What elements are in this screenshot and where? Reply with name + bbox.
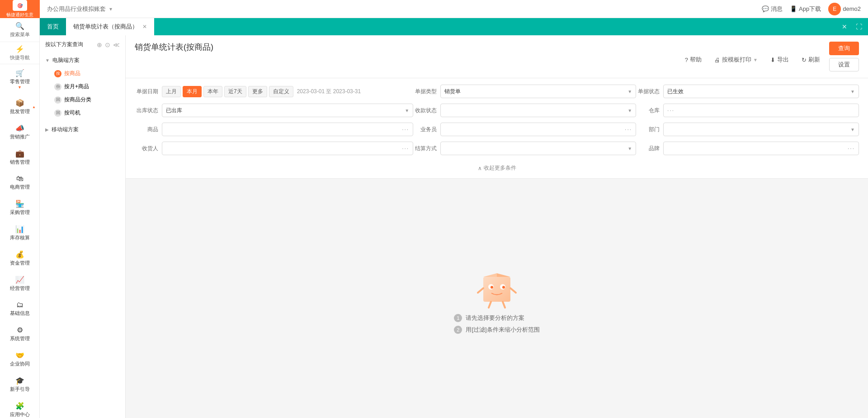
payment-control: ▼	[440, 142, 636, 155]
print-label: 按模板打印	[722, 56, 751, 64]
goods-select[interactable]: ···	[162, 123, 413, 136]
empty-svg	[470, 263, 524, 309]
export-btn[interactable]: ⬇ 导出	[767, 54, 793, 66]
brand-label: 品牌	[636, 145, 660, 152]
message-action[interactable]: 💬 消息	[762, 5, 783, 13]
empty-hints: 1 请先选择要分析的方案 2 用[过滤]条件来缩小分析范围	[454, 314, 539, 334]
tab-close-btn[interactable]: ✕	[839, 21, 850, 32]
sidebar-item-sales[interactable]: 💼 销售管理	[0, 145, 39, 170]
sales-icon: 💼	[15, 149, 24, 158]
scheme-child-by-category[interactable]: 回 按商品分类	[40, 93, 125, 106]
date-btn-custom[interactable]: 自定义	[269, 86, 293, 97]
header-right: 💬 消息 📱 App下载 E demo2	[762, 3, 861, 15]
appstore-label: 应用中心	[10, 411, 30, 418]
status-select[interactable]: 已生效 ▼	[663, 85, 859, 98]
date-btn-7days[interactable]: 近7天	[224, 86, 246, 97]
date-btn-thisyear[interactable]: 本年	[203, 86, 222, 97]
hint-num-1: 1	[454, 314, 462, 322]
scheme-settings-btn[interactable]: ⊙	[105, 41, 110, 48]
svg-marker-2	[497, 273, 510, 277]
tab-home[interactable]: 首页	[40, 18, 66, 35]
sidebar-item-ecommerce[interactable]: 🛍 电商管理	[0, 170, 39, 195]
scheme-collapse-btn[interactable]: ≪	[113, 41, 120, 48]
username: demo2	[843, 5, 861, 12]
by-cashier-label: 按司机	[64, 109, 80, 117]
scheme-group-desktop-item[interactable]: ▼ 电脑端方案	[40, 54, 125, 67]
filter-warehouse: 仓库 ···	[636, 104, 859, 117]
by-month-goods-icon: 份	[54, 83, 61, 90]
sidebar-item-operations[interactable]: 📈 经营管理	[0, 271, 39, 296]
inventory-label: 库存核算	[10, 234, 30, 241]
salesperson-control: ···	[440, 123, 636, 136]
dept-arrow-icon: ▼	[850, 127, 855, 132]
payment-select[interactable]: ▼	[440, 142, 636, 155]
query-btn[interactable]: 查询	[829, 42, 859, 55]
sidebar-item-guide[interactable]: 🎓 新手引导	[0, 372, 39, 397]
date-btn-more[interactable]: 更多	[248, 86, 267, 97]
message-label: 消息	[771, 5, 783, 13]
recipient-select[interactable]: ···	[162, 142, 413, 155]
collapse-bar[interactable]: ∧ 收起更多条件	[135, 161, 859, 172]
top-header: 办公用品行业模拟账套 ▾ 💬 消息 📱 App下载 E demo2	[40, 0, 868, 18]
tab-report[interactable]: 销货单统计表（按商品） ✕	[66, 18, 154, 35]
sidebar-item-appstore[interactable]: 🧩 应用中心	[0, 397, 39, 418]
scheme-child-by-month-goods[interactable]: 份 按月+商品	[40, 80, 125, 93]
app-download-action[interactable]: 📱 App下载	[790, 5, 821, 13]
sidebar-item-system[interactable]: ⚙ 系统管理	[0, 321, 39, 347]
sidebar-item-inventory[interactable]: 📊 库存核算	[0, 220, 39, 246]
empty-hint-1: 1 请先选择要分析的方案	[454, 314, 539, 322]
receipt-select[interactable]: ▼	[440, 104, 636, 117]
svg-point-5	[491, 286, 493, 289]
receipt-control: ▼	[440, 104, 636, 117]
brand-select[interactable]: ···	[663, 142, 859, 155]
type-arrow-icon: ▼	[627, 89, 632, 94]
app-label: App下载	[799, 5, 821, 13]
breadcrumb-arrow: ▾	[109, 6, 112, 12]
sidebar-logo[interactable]: 🎯 畅捷通好生意	[0, 0, 40, 18]
dept-select[interactable]: ▼	[663, 123, 859, 136]
scheme-child-by-cashier[interactable]: 回 按司机	[40, 106, 125, 119]
report-tab-label: 销货单统计表（按商品）	[73, 23, 138, 31]
sidebar-item-purchase[interactable]: 🏪 采购管理	[0, 195, 39, 220]
collapse-up-icon: ∧	[478, 165, 482, 171]
date-filter-control: 上月 本月 本年 近7天 更多 自定义 2023-03-01 至 2023-03…	[162, 86, 413, 97]
date-btn-thismonth[interactable]: 本月	[183, 86, 202, 97]
tab-close-icon[interactable]: ✕	[142, 24, 147, 30]
sidebar-item-marketing[interactable]: 📣 营销推广	[0, 119, 39, 145]
empty-hint-2: 2 用[过滤]条件来缩小分析范围	[454, 326, 539, 334]
desktop-toggle-icon: ▼	[45, 58, 50, 63]
receipt-label: 收款状态	[413, 107, 437, 114]
refresh-btn[interactable]: ↻ 刷新	[798, 54, 824, 66]
warehouse-dots: ···	[667, 107, 675, 114]
user-action[interactable]: E demo2	[828, 3, 861, 15]
by-goods-icon: 按	[54, 70, 61, 77]
sidebar-search[interactable]: 🔍 搜索菜单	[0, 18, 39, 42]
scheme-child-by-goods[interactable]: 按 按商品	[40, 67, 125, 80]
inventory-icon: 📊	[15, 225, 24, 233]
operations-icon: 📈	[15, 276, 24, 284]
recipient-dots-icon: ···	[402, 145, 409, 152]
sidebar-item-basic[interactable]: 🗂 基础信息	[0, 296, 39, 321]
corp-label: 企业协同	[10, 361, 30, 367]
settings-btn[interactable]: 设置	[829, 58, 859, 71]
stock-select[interactable]: 已出库 ▼	[162, 104, 413, 117]
warehouse-label: 仓库	[636, 107, 660, 114]
type-select[interactable]: 销货单 ▼	[440, 85, 636, 98]
sidebar-item-corp[interactable]: 🤝 企业协同	[0, 347, 39, 372]
mobile-toggle-icon: ▶	[45, 127, 49, 132]
scheme-group-mobile-item[interactable]: ▶ 移动端方案	[40, 123, 125, 136]
warehouse-select[interactable]: ···	[663, 104, 859, 117]
date-btn-lastmonth[interactable]: 上月	[162, 86, 181, 97]
help-btn[interactable]: ? 帮助	[681, 54, 705, 66]
sidebar-item-finance[interactable]: 💰 资金管理	[0, 246, 39, 271]
tab-expand-btn[interactable]: ⛶	[854, 21, 864, 32]
salesperson-select[interactable]: ···	[440, 123, 636, 136]
scheme-add-btn[interactable]: ⊕	[97, 41, 102, 48]
sidebar-item-wholesale[interactable]: 📦 批发管理	[0, 94, 39, 119]
print-btn[interactable]: 🖨 按模板打印 ▼	[711, 54, 761, 66]
scheme-header-actions: ⊕ ⊙ ≪	[97, 41, 120, 48]
empty-illustration	[470, 263, 524, 309]
sidebar-quicknav[interactable]: ⚡ 快捷导航	[0, 42, 39, 64]
sidebar-item-retail[interactable]: 🛒 零售管理 ▼	[0, 64, 39, 94]
page-header: 销货单统计表(按商品) ? 帮助 🖨 按模板打印 ▼ ⬇ 导出	[126, 35, 868, 78]
